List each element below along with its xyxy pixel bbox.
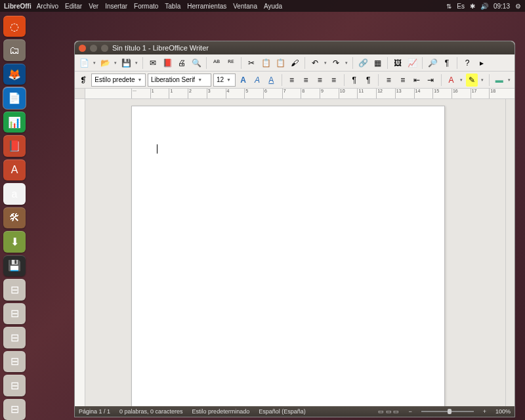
link-button[interactable]: 🔗	[356, 56, 369, 70]
launcher-amazon[interactable]: a	[3, 183, 26, 204]
bg-color-button[interactable]: ▬	[493, 74, 505, 87]
launcher-drive1[interactable]: ⊟	[3, 279, 26, 300]
menu-formato[interactable]: Formato	[134, 3, 158, 10]
copy-button[interactable]: 📋	[259, 56, 272, 70]
launcher-settings[interactable]: 🛠	[3, 207, 26, 228]
indent-dec-button[interactable]: ⇤	[411, 74, 423, 87]
launcher-drive2[interactable]: ⊟	[3, 303, 26, 324]
zoom-out-icon[interactable]: −	[408, 408, 411, 415]
help-button[interactable]: ?	[461, 56, 474, 70]
paste-button[interactable]: 📋	[274, 56, 287, 70]
highlight-button[interactable]: ✎	[466, 74, 478, 87]
image-button[interactable]: 🖼	[391, 56, 404, 70]
menu-ver[interactable]: Ver	[89, 3, 98, 10]
status-lang[interactable]: Español (España)	[259, 408, 306, 415]
launcher-writer[interactable]: 📄	[3, 87, 26, 108]
align-left-button[interactable]: ≡	[285, 74, 297, 87]
nonprint-button[interactable]: ¶	[440, 56, 453, 70]
vertical-scrollbar[interactable]	[505, 99, 514, 406]
print-button[interactable]: 🖨	[175, 56, 188, 70]
vertical-ruler[interactable]	[75, 99, 85, 406]
extra-button[interactable]: ▸	[475, 56, 488, 70]
cut-button[interactable]: ✂	[245, 56, 258, 70]
close-button[interactable]	[79, 45, 86, 52]
horizontal-ruler[interactable]: ···1123456789101112131415161718	[75, 89, 514, 99]
gear-icon[interactable]: ⚙	[515, 3, 521, 10]
page[interactable]	[131, 106, 445, 406]
apply-style-icon[interactable]: ❡	[77, 74, 89, 87]
table-button[interactable]: ▦	[371, 56, 384, 70]
redo-dropdown[interactable]: ▾	[344, 60, 349, 66]
launcher-dash[interactable]: ◌	[3, 16, 26, 37]
network-icon[interactable]: ⇅	[446, 3, 452, 10]
minimize-button[interactable]	[90, 45, 97, 52]
page-scroll[interactable]	[85, 99, 505, 406]
maximize-button[interactable]	[101, 45, 108, 52]
menu-editar[interactable]: Editar	[65, 3, 82, 10]
menu-ventana[interactable]: Ventana	[233, 3, 257, 10]
launcher-drive5[interactable]: ⊟	[3, 375, 26, 396]
menu-insertar[interactable]: Insertar	[105, 3, 127, 10]
numbered-button[interactable]: ≡	[383, 74, 394, 87]
align-justify-button[interactable]: ≡	[327, 74, 339, 87]
clock[interactable]: 09:13	[494, 3, 510, 10]
save-dropdown[interactable]: ▾	[134, 60, 139, 66]
rtl-button[interactable]: ¶	[362, 74, 374, 87]
status-page[interactable]: Página 1 / 1	[79, 408, 110, 415]
italic-button[interactable]: A	[251, 74, 263, 87]
view-icons[interactable]: ▭ ▭ ▭	[378, 408, 399, 415]
ltr-button[interactable]: ¶	[348, 74, 360, 87]
new-dropdown[interactable]: ▾	[92, 60, 97, 66]
status-style[interactable]: Estilo predeterminado	[192, 408, 250, 415]
autospell-button[interactable]: ᴿᴱ	[224, 56, 238, 70]
zoom-in-icon[interactable]: +	[483, 408, 486, 415]
font-color-button[interactable]: A	[445, 74, 457, 87]
launcher-save[interactable]: 💾	[3, 255, 26, 276]
bold-button[interactable]: A	[238, 74, 249, 87]
mail-button[interactable]: ✉	[146, 56, 159, 70]
format-paint-button[interactable]: 🖌	[288, 56, 301, 70]
zoom-level[interactable]: 100%	[495, 408, 511, 415]
bulleted-button[interactable]: ≡	[397, 74, 409, 87]
underline-button[interactable]: A	[265, 74, 277, 87]
menu-tabla[interactable]: Tabla	[165, 3, 180, 10]
bluetooth-icon[interactable]: ✱	[470, 3, 475, 10]
save-button[interactable]: 💾	[119, 56, 133, 70]
align-right-button[interactable]: ≡	[314, 74, 326, 87]
titlebar[interactable]: Sin título 1 - LibreOffice Writer	[75, 41, 514, 54]
font-size-combo[interactable]: 12▼	[213, 74, 236, 87]
indent-inc-button[interactable]: ⇥	[425, 74, 436, 87]
sound-icon[interactable]: 🔊	[480, 3, 488, 10]
font-name-combo[interactable]: Liberation Serif▼	[148, 74, 211, 87]
pdf-button[interactable]: 📕	[161, 56, 174, 70]
menu-ayuda[interactable]: Ayuda	[264, 3, 282, 10]
launcher-downloads[interactable]: ⬇	[3, 231, 26, 252]
launcher-firefox[interactable]: 🦊	[3, 64, 26, 85]
launcher-drive4[interactable]: ⊟	[3, 351, 26, 372]
zoom-slider[interactable]	[421, 411, 474, 412]
launcher-software-center[interactable]: A	[3, 159, 26, 180]
status-words[interactable]: 0 palabras, 0 caracteres	[119, 408, 183, 415]
keyboard-lang[interactable]: Es	[457, 3, 465, 10]
undo-dropdown[interactable]: ▾	[323, 60, 328, 66]
redo-button[interactable]: ↷	[329, 56, 343, 70]
spellcheck-button[interactable]: ᴬᴮ	[210, 56, 223, 70]
preview-button[interactable]: 🔍	[190, 56, 203, 70]
undo-button[interactable]: ↶	[308, 56, 322, 70]
highlight-dropdown[interactable]: ▾	[480, 77, 484, 83]
open-button[interactable]: 📂	[98, 56, 112, 70]
launcher-calc[interactable]: 📊	[3, 112, 26, 133]
launcher-drive3[interactable]: ⊟	[3, 327, 26, 348]
launcher-files[interactable]: 🗂	[3, 39, 26, 60]
paragraph-style-combo[interactable]: Estilo predete▼	[91, 74, 146, 87]
bg-color-dropdown[interactable]: ▾	[507, 77, 512, 83]
chart-button[interactable]: 📈	[406, 56, 419, 70]
align-center-button[interactable]: ≡	[300, 74, 312, 87]
open-dropdown[interactable]: ▾	[113, 60, 118, 66]
launcher-impress[interactable]: 📕	[3, 135, 26, 156]
font-color-dropdown[interactable]: ▾	[459, 77, 464, 83]
find-button[interactable]: 🔎	[426, 56, 439, 70]
new-button[interactable]: 📄	[77, 56, 91, 70]
menu-herramientas[interactable]: Herramientas	[187, 3, 226, 10]
launcher-drive6[interactable]: ⊟	[3, 399, 26, 420]
